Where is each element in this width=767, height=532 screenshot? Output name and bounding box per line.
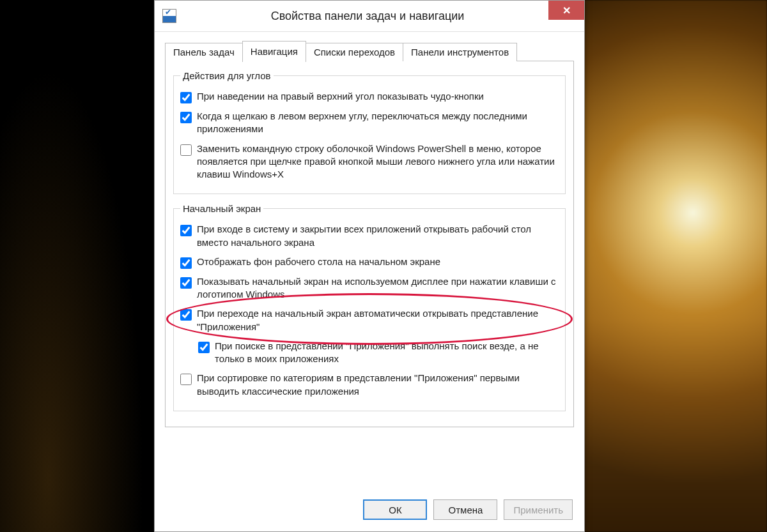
label-show-charms: При наведении на правый верхний угол пок… (197, 90, 484, 103)
ok-button[interactable]: ОК (363, 499, 427, 520)
option-desktop-bg[interactable]: Отображать фон рабочего стола на начальн… (180, 255, 559, 269)
cancel-button[interactable]: Отмена (433, 499, 497, 520)
tab-toolbars[interactable]: Панели инструментов (403, 43, 517, 61)
option-powershell[interactable]: Заменить командную строку оболочкой Wind… (180, 142, 559, 181)
label-start-on-display: Показывать начальный экран на используем… (197, 275, 559, 301)
option-sort-desktop-first[interactable]: При сортировке по категориям в представл… (180, 372, 559, 398)
window-icon (162, 9, 176, 23)
desktop-background: Свойства панели задач и навигации ✕ Пане… (0, 0, 767, 532)
group-start-screen: Начальный экран При входе в систему и за… (173, 203, 566, 411)
wallpaper-right (582, 0, 767, 532)
tab-navigation[interactable]: Навигация (242, 41, 306, 62)
tab-taskbar[interactable]: Панель задач (165, 43, 243, 61)
checkbox-desktop-bg[interactable] (180, 257, 192, 269)
tab-panel-navigation: Действия для углов При наведении на прав… (165, 61, 574, 427)
label-desktop-bg: Отображать фон рабочего стола на начальн… (197, 255, 440, 268)
label-powershell: Заменить командную строку оболочкой Wind… (197, 142, 559, 181)
checkbox-search-everywhere[interactable] (198, 342, 210, 353)
option-start-on-display[interactable]: Показывать начальный экран на используем… (180, 275, 559, 301)
label-sort-desktop-first: При сортировке по категориям в представл… (197, 372, 559, 398)
checkbox-switch-apps[interactable] (180, 112, 192, 123)
option-desktop-on-login[interactable]: При входе в систему и закрытии всех прил… (180, 223, 559, 249)
taskbar-properties-dialog: Свойства панели задач и навигации ✕ Пане… (154, 0, 585, 532)
dialog-buttons: ОК Отмена Применить (155, 490, 584, 531)
option-search-everywhere[interactable]: При поиске в представлении "Приложения" … (198, 340, 559, 366)
tabstrip: Панель задач Навигация Списки переходов … (165, 41, 574, 61)
checkbox-show-charms[interactable] (180, 92, 192, 103)
checkbox-start-on-display[interactable] (180, 277, 192, 289)
wallpaper-left (0, 0, 160, 532)
group-start-screen-legend: Начальный экран (180, 203, 263, 214)
checkbox-apps-view[interactable] (180, 309, 192, 321)
label-apps-view: При переходе на начальный экран автомати… (197, 307, 559, 333)
close-button[interactable]: ✕ (548, 1, 584, 20)
window-title: Свойства панели задач и навигации (176, 10, 584, 23)
checkbox-sort-desktop-first[interactable] (180, 374, 192, 385)
label-switch-apps: Когда я щелкаю в левом верхнем углу, пер… (197, 110, 559, 136)
close-icon: ✕ (562, 4, 571, 17)
option-apps-view[interactable]: При переходе на начальный экран автомати… (180, 307, 559, 333)
tab-jumplists[interactable]: Списки переходов (306, 43, 403, 61)
apply-button[interactable]: Применить (504, 499, 573, 520)
option-show-charms[interactable]: При наведении на правый верхний угол пок… (180, 90, 559, 103)
dialog-content: Панель задач Навигация Списки переходов … (155, 32, 584, 490)
checkbox-powershell[interactable] (180, 144, 192, 156)
titlebar: Свойства панели задач и навигации ✕ (155, 1, 584, 32)
label-search-everywhere: При поиске в представлении "Приложения" … (215, 340, 559, 366)
group-corner-actions: Действия для углов При наведении на прав… (173, 70, 566, 194)
option-switch-apps[interactable]: Когда я щелкаю в левом верхнем углу, пер… (180, 110, 559, 136)
checkbox-desktop-on-login[interactable] (180, 225, 192, 236)
group-corner-actions-legend: Действия для углов (180, 70, 274, 81)
label-desktop-on-login: При входе в систему и закрытии всех прил… (197, 223, 559, 249)
